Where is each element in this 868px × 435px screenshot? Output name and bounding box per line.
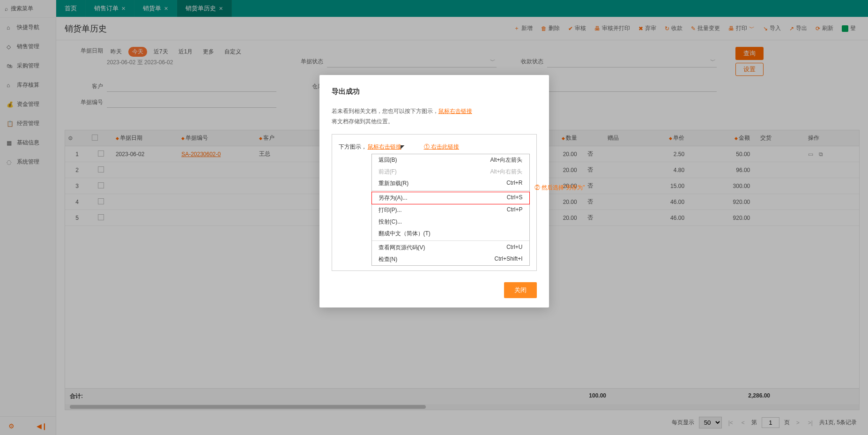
ctx-label: 查看网页源代码(V) [378,244,425,252]
ctx-item: 投射(C)... [372,216,529,228]
ctx-shortcut: Ctrl+R [506,180,522,188]
fig-link: 鼠标右击链接 [368,143,401,151]
ctx-item: 返回(B)Alt+向左箭头 [372,154,529,166]
ctx-label: 返回(B) [378,156,397,164]
fig-ann2: ② 然后选择"另存为" [534,184,585,192]
ctx-label: 翻成中文（简体）(T) [378,230,430,238]
cursor-icon: ◤ [401,144,404,150]
fig-ann1: ① 右击此链接 [424,143,459,151]
ctx-label: 投射(C)... [378,218,402,226]
ctx-item: 查看网页源代码(V)Ctrl+U [372,242,529,254]
fig-prefix: 下方图示， [339,143,367,151]
dialog-hint-link[interactable]: 鼠标右击链接 [438,108,472,114]
ctx-label: 检查(N) [378,255,398,263]
export-success-dialog: 导出成功 若未看到相关文档，您也可以按下方图示，鼠标右击链接 将文档存储到其他位… [319,75,549,308]
ctx-shortcut: Alt+向右箭头 [490,168,522,176]
ctx-label: 重新加载(R) [378,180,409,188]
ctx-label: 打印(P)... [378,206,402,214]
dialog-title: 导出成功 [332,87,537,96]
dialog-figure: 下方图示，鼠标右击链接 ◤ ① 右击此链接 返回(B)Alt+向左箭头前进(F)… [332,134,537,271]
ctx-shortcut: Ctrl+Shift+I [494,255,522,263]
ctx-shortcut: Ctrl+P [507,206,523,214]
ctx-shortcut: Ctrl+U [506,244,522,252]
ctx-label: 前进(F) [378,168,397,176]
modal-overlay: 导出成功 若未看到相关文档，您也可以按下方图示，鼠标右击链接 将文档存储到其他位… [0,0,868,435]
ctx-shortcut: Alt+向左箭头 [490,156,522,164]
context-menu-sample: 返回(B)Alt+向左箭头前进(F)Alt+向右箭头重新加载(R)Ctrl+R另… [371,154,530,266]
ctx-shortcut: Ctrl+S [507,194,523,202]
ctx-item: 翻成中文（简体）(T) [372,228,529,240]
ctx-label: 另存为(A)... [378,194,408,202]
dialog-close-button[interactable]: 关闭 [504,282,537,298]
ctx-item: 打印(P)...Ctrl+P [372,204,529,216]
ctx-item: 前进(F)Alt+向右箭头 [372,166,529,178]
dialog-line2: 将文档存储到其他位置。 [332,117,537,127]
ctx-item: 另存为(A)...Ctrl+S [371,192,530,204]
dialog-line1a: 若未看到相关文档，您也可以按下方图示， [332,108,438,114]
ctx-item: 检查(N)Ctrl+Shift+I [372,254,529,265]
ctx-item: 重新加载(R)Ctrl+R [372,178,529,189]
